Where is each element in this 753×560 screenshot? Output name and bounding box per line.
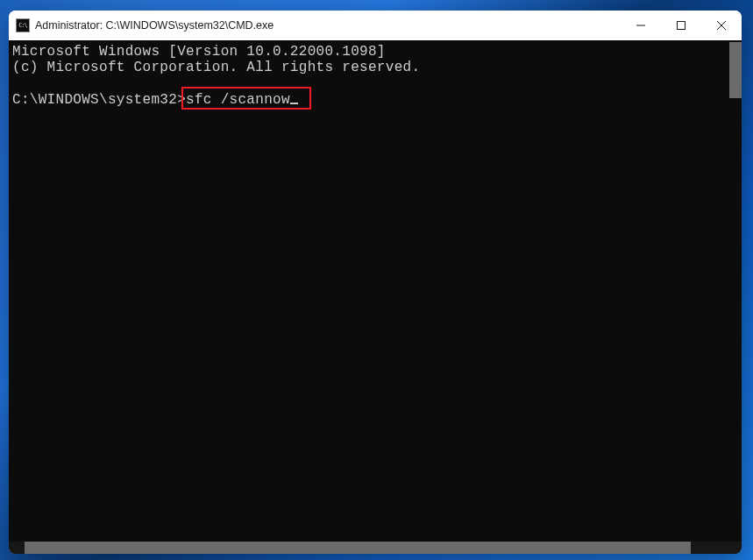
close-icon: [717, 21, 726, 30]
vertical-scrollbar-thumb[interactable]: [729, 42, 742, 98]
maximize-icon: [677, 21, 686, 30]
window-title: Administrator: C:\WINDOWS\system32\CMD.e…: [35, 19, 621, 32]
window-controls: [621, 11, 742, 40]
terminal-cursor: [290, 103, 298, 104]
terminal-line-1: Microsoft Windows [Version 10.0.22000.10…: [12, 44, 386, 60]
terminal-command: sfc /scannow: [186, 92, 290, 108]
minimize-icon: [636, 21, 645, 30]
horizontal-scrollbar-thumb[interactable]: [25, 542, 691, 554]
terminal-line-2: (c) Microsoft Corporation. All rights re…: [12, 60, 420, 75]
horizontal-scrollbar-track[interactable]: [9, 542, 742, 554]
maximize-button[interactable]: [661, 11, 701, 40]
svg-rect-1: [678, 22, 686, 30]
titlebar[interactable]: C:\ Administrator: C:\WINDOWS\system32\C…: [9, 11, 742, 40]
close-button[interactable]: [701, 11, 742, 40]
terminal-prompt: C:\WINDOWS\system32>: [12, 92, 186, 108]
cmd-window: C:\ Administrator: C:\WINDOWS\system32\C…: [9, 11, 742, 554]
minimize-button[interactable]: [621, 11, 661, 40]
terminal-area[interactable]: Microsoft Windows [Version 10.0.22000.10…: [9, 40, 742, 554]
cmd-icon: C:\: [16, 18, 30, 32]
terminal-content: Microsoft Windows [Version 10.0.22000.10…: [12, 44, 738, 109]
